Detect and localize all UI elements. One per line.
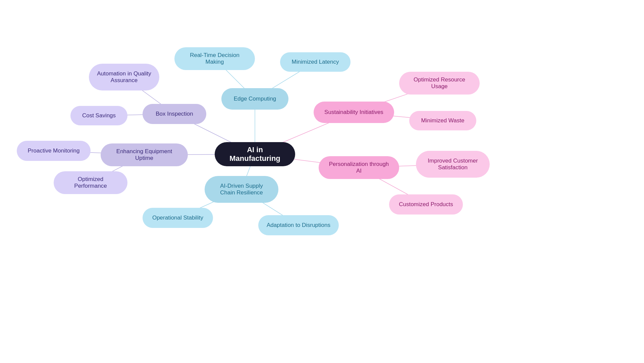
node-sustainability: Sustainability Initiatives [314, 102, 394, 123]
node-optimized-resource: Optimized Resource Usage [399, 72, 480, 95]
center-node: AI in Manufacturing [215, 142, 295, 166]
node-operational-stability: Operational Stability [143, 208, 213, 228]
node-improved-satisfaction: Improved Customer Satisfaction [416, 151, 490, 178]
node-personalization: Personalization through AI [319, 156, 399, 179]
node-supply-chain: AI-Driven Supply Chain Resilience [205, 176, 278, 203]
node-edge-computing: Edge Computing [221, 88, 288, 110]
node-minimized-latency: Minimized Latency [280, 52, 351, 72]
node-real-time: Real-Time Decision Making [174, 47, 255, 70]
node-proactive-monitoring: Proactive Monitoring [17, 141, 91, 161]
node-optimized-performance: Optimized Performance [54, 171, 127, 194]
node-customized-products: Customized Products [389, 194, 463, 215]
node-automation-qa: Automation in Quality Assurance [89, 64, 159, 90]
node-adaptation: Adaptation to Disruptions [258, 215, 339, 235]
node-minimized-waste: Minimized Waste [409, 111, 476, 130]
node-cost-savings: Cost Savings [70, 106, 127, 125]
node-enhancing-uptime: Enhancing Equipment Uptime [101, 143, 188, 166]
mind-map-canvas: AI in ManufacturingEdge ComputingReal-Ti… [0, 0, 644, 363]
node-box-inspection: Box Inspection [143, 104, 206, 124]
